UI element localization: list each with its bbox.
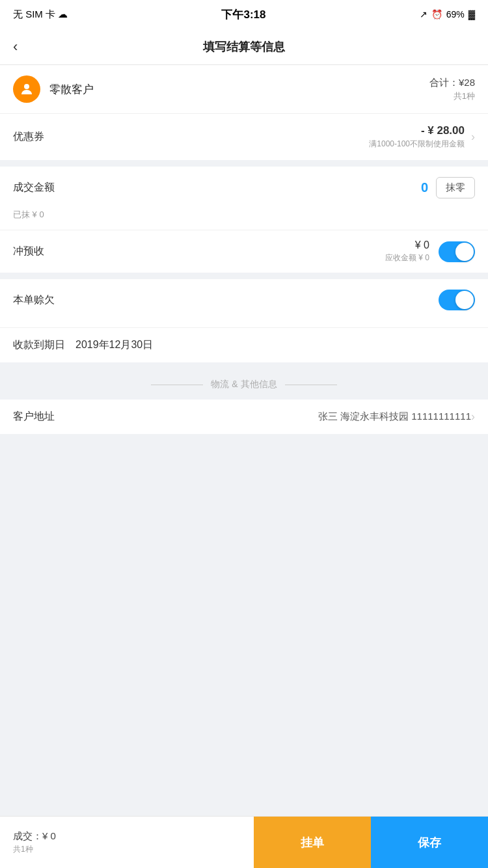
deal-amount-label: 成交金额 — [13, 181, 55, 195]
logistics-divider: 物流 & 其他信息 — [0, 369, 488, 400]
due-date-section: 收款到期日 2019年12月30日 — [0, 327, 488, 362]
bottom-deal-label: 成交：¥ 0 — [13, 830, 241, 843]
bottom-info: 成交：¥ 0 共1种 — [0, 830, 254, 855]
svg-point-0 — [24, 84, 29, 89]
prereceive-toggle[interactable] — [439, 241, 475, 262]
customer-right: 合计：¥28 共1种 — [429, 77, 475, 102]
credit-label: 本单赊欠 — [13, 293, 55, 307]
deal-value: 0 — [421, 180, 428, 195]
prereceive-amount: ¥ 0 — [385, 239, 429, 251]
prereceive-row: 冲预收 ¥ 0 应收金额 ¥ 0 — [0, 230, 488, 273]
alarm-icon: ⏰ — [431, 9, 442, 20]
address-label: 客户地址 — [13, 410, 55, 424]
logistics-label: 物流 & 其他信息 — [143, 379, 344, 389]
deal-row: 成交金额 0 抹零 — [0, 167, 488, 209]
customer-name: 零散客户 — [49, 82, 94, 97]
page-title: 填写结算等信息 — [203, 39, 285, 55]
credit-toggle-knob — [455, 291, 474, 309]
coupon-amount: - ¥ 28.00 — [369, 124, 465, 137]
status-time: 下午3:18 — [221, 7, 265, 22]
bottom-bar: 成交：¥ 0 共1种 挂单 保存 — [0, 816, 488, 868]
nav-bar: ‹ 填写结算等信息 — [0, 29, 488, 65]
due-date-value: 2019年12月30日 — [75, 338, 153, 352]
bottom-deal-value: ¥ 0 — [42, 830, 56, 841]
coupon-label: 优惠券 — [13, 130, 44, 144]
credit-card: 本单赊欠 收款到期日 2019年12月30日 — [0, 279, 488, 362]
bottom-count: 共1种 — [13, 844, 241, 855]
address-value: 张三 海淀永丰科技园 11111111111 — [68, 411, 471, 423]
customer-left: 零散客户 — [13, 75, 94, 103]
customer-card: 零散客户 合计：¥28 共1种 优惠券 - ¥ 28.00 满1000-100不… — [0, 65, 488, 160]
credit-row: 本单赊欠 — [0, 279, 488, 321]
location-icon: ↗ — [420, 9, 427, 20]
customer-row: 零散客户 合计：¥28 共1种 — [0, 65, 488, 113]
due-date-label: 收款到期日 — [13, 338, 65, 352]
no-sim-label: 无 SIM 卡 ☁ — [13, 8, 68, 21]
status-left: 无 SIM 卡 ☁ — [13, 8, 68, 21]
pending-button[interactable]: 挂单 — [254, 817, 371, 869]
total-count: 共1种 — [429, 90, 475, 102]
status-right: ↗ ⏰ 69% ▓ — [420, 9, 475, 20]
save-button[interactable]: 保存 — [371, 817, 488, 869]
back-button[interactable]: ‹ — [13, 38, 18, 55]
deal-right: 0 抹零 — [421, 177, 475, 198]
chevron-right-icon: › — [471, 130, 475, 144]
deal-sub-text: 已抹 ¥ 0 — [0, 209, 488, 230]
credit-toggle[interactable] — [439, 290, 475, 310]
round-zero-button[interactable]: 抹零 — [436, 177, 475, 198]
address-section[interactable]: 客户地址 张三 海淀永丰科技园 11111111111 › — [0, 400, 488, 434]
bottom-deal-prefix: 成交： — [13, 830, 42, 841]
coupon-value-block: - ¥ 28.00 满1000-100不限制使用金额 — [369, 124, 465, 150]
prereceive-label: 冲预收 — [13, 245, 44, 258]
prereceive-right: ¥ 0 应收金额 ¥ 0 — [385, 239, 475, 264]
total-amount: 合计：¥28 — [429, 77, 475, 89]
prereceive-sub: 应收金额 ¥ 0 — [385, 252, 429, 264]
battery-icon: ▓ — [468, 9, 475, 20]
content: 零散客户 合计：¥28 共1种 优惠券 - ¥ 28.00 满1000-100不… — [0, 65, 488, 493]
due-date-row: 收款到期日 2019年12月30日 — [13, 338, 475, 352]
coupon-desc: 满1000-100不限制使用金额 — [369, 139, 465, 150]
status-bar: 无 SIM 卡 ☁ 下午3:18 ↗ ⏰ 69% ▓ — [0, 0, 488, 29]
prereceive-value-block: ¥ 0 应收金额 ¥ 0 — [385, 239, 429, 264]
battery-label: 69% — [446, 9, 465, 20]
coupon-right: - ¥ 28.00 满1000-100不限制使用金额 › — [369, 124, 475, 150]
toggle-knob — [455, 243, 474, 261]
address-chevron-icon: › — [471, 410, 475, 424]
deal-section: 成交金额 0 抹零 已抹 ¥ 0 冲预收 ¥ 0 应收金额 ¥ 0 — [0, 167, 488, 273]
avatar — [13, 75, 40, 103]
coupon-row[interactable]: 优惠券 - ¥ 28.00 满1000-100不限制使用金额 › — [0, 113, 488, 160]
